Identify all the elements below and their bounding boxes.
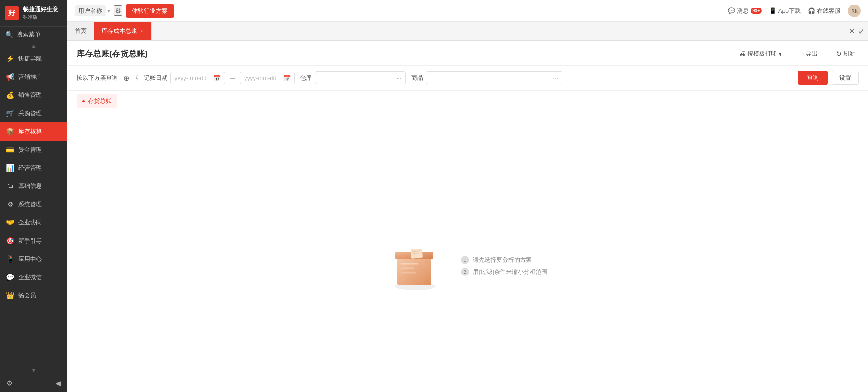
tip-text-2: 用[过滤]条件来缩小分析范围 bbox=[473, 268, 547, 276]
sidebar-item-label: 资金管理 bbox=[18, 146, 42, 154]
sidebar-item-label: 新手引导 bbox=[18, 237, 42, 245]
main-area: 用户名称 ▾ ⚙ 体验行业方案 💬 消息 99+ 📱 App下载 🎧 在线客服 … bbox=[67, 0, 868, 392]
divider bbox=[791, 50, 791, 57]
member-icon: 👑 bbox=[5, 291, 15, 300]
svg-rect-1 bbox=[397, 257, 431, 285]
date-field-label: 记账日期 bbox=[144, 74, 168, 82]
export-icon: ↑ bbox=[801, 50, 804, 57]
purchase-icon: 🛒 bbox=[5, 109, 15, 117]
print-button[interactable]: 🖨 按模板打印 ▾ bbox=[735, 48, 786, 60]
system-icon: ⚙ bbox=[5, 200, 15, 209]
sidebar-nav: ⚡ 快捷导航 📢 营销推广 💰 销售管理 🛒 采购管理 📦 库存核算 💳 资金管… bbox=[0, 50, 67, 367]
operation-icon: 📊 bbox=[5, 164, 15, 172]
goods-more-icon: ··· bbox=[553, 74, 558, 81]
breadcrumb: 用户名称 ▾ bbox=[75, 5, 110, 16]
goods-field: 商品 ··· bbox=[411, 71, 562, 84]
scroll-up-btn[interactable]: ▲ bbox=[31, 43, 36, 49]
sidebar-item-sales[interactable]: 💰 销售管理 bbox=[0, 86, 67, 104]
tab-home-label: 首页 bbox=[75, 27, 87, 35]
avatar[interactable]: Rit bbox=[848, 5, 861, 17]
marketing-icon: 📢 bbox=[5, 73, 15, 81]
sidebar-item-marketing[interactable]: 📢 营销推广 bbox=[0, 68, 67, 86]
sidebar-item-label: 应用中心 bbox=[18, 255, 42, 263]
tip-text-1: 请先选择要分析的方案 bbox=[473, 256, 532, 264]
empty-state: 1 请先选择要分析的方案 2 用[过滤]条件来缩小分析范围 bbox=[67, 112, 868, 392]
tab-close-icon[interactable]: × bbox=[141, 28, 144, 34]
breadcrumb-chevron-icon[interactable]: ▾ bbox=[107, 8, 110, 14]
enterprise-icon: 🤝 bbox=[5, 219, 15, 227]
avatar-text: Rit bbox=[851, 8, 857, 14]
sidebar-item-base[interactable]: 🗂 基础信息 bbox=[0, 177, 67, 195]
print-label: 按模板打印 bbox=[747, 50, 777, 58]
sidebar-item-purchase[interactable]: 🛒 采购管理 bbox=[0, 104, 67, 122]
warehouse-select[interactable]: ··· bbox=[315, 71, 406, 84]
sidebar-item-enterprise[interactable]: 🤝 企业协同 bbox=[0, 214, 67, 232]
print-icon: 🖨 bbox=[739, 50, 745, 57]
search-label: 搜索菜单 bbox=[17, 31, 41, 39]
date-start-input[interactable]: yyyy-mm-dd 📅 bbox=[170, 72, 225, 84]
query-button[interactable]: 查询 bbox=[798, 71, 828, 85]
calendar-end-icon: 📅 bbox=[283, 75, 291, 81]
sidebar-item-label: 企业协同 bbox=[18, 219, 42, 227]
warehouse-field: 仓库 ··· bbox=[300, 71, 406, 84]
tab-home[interactable]: 首页 bbox=[67, 22, 94, 40]
warehouse-more-icon: ··· bbox=[396, 74, 402, 81]
sidebar-item-member[interactable]: 👑 畅会员 bbox=[0, 286, 67, 305]
filter-buttons: ⊕ 《 bbox=[123, 74, 138, 82]
scroll-down-btn[interactable]: ▼ bbox=[31, 367, 36, 373]
sidebar-item-apps[interactable]: 📱 应用中心 bbox=[0, 250, 67, 268]
sidebar-search[interactable]: 🔍 搜索菜单 bbox=[0, 27, 67, 42]
goods-select[interactable]: ··· bbox=[426, 71, 562, 84]
fold-icon[interactable]: ◀ bbox=[56, 379, 61, 387]
sidebar-item-label: 企业微信 bbox=[18, 273, 42, 281]
sidebar-item-wechat[interactable]: 💬 企业微信 bbox=[0, 268, 67, 286]
inventory-icon: 📦 bbox=[5, 127, 15, 136]
filter-collapse-button[interactable]: 《 bbox=[132, 74, 138, 82]
sidebar-logo[interactable]: 好 畅捷通好生意 标准版 bbox=[0, 0, 67, 27]
messages-action[interactable]: 💬 消息 99+ bbox=[728, 7, 762, 15]
online-service-label: 在线客服 bbox=[817, 7, 841, 15]
date-start-placeholder: yyyy-mm-dd bbox=[174, 75, 207, 81]
refresh-icon: ↻ bbox=[836, 50, 842, 57]
messages-icon: 💬 bbox=[728, 7, 735, 14]
tab-inventory-ledger[interactable]: 库存成本总账 × bbox=[94, 22, 152, 40]
logo-icon: 好 bbox=[5, 6, 19, 20]
close-tab-button[interactable]: ✕ bbox=[849, 27, 855, 36]
wechat-icon: 💬 bbox=[5, 273, 15, 281]
sidebar-item-label: 采购管理 bbox=[18, 109, 42, 117]
sidebar-item-label: 营销推广 bbox=[18, 73, 42, 81]
refresh-button[interactable]: ↻ 刷新 bbox=[832, 48, 859, 60]
header-settings-button[interactable]: ⚙ bbox=[114, 5, 122, 16]
sidebar-item-operation[interactable]: 📊 经营管理 bbox=[0, 159, 67, 177]
sidebar-item-system[interactable]: ⚙ 系统管理 bbox=[0, 195, 67, 214]
empty-tips: 1 请先选择要分析的方案 2 用[过滤]条件来缩小分析范围 bbox=[461, 256, 547, 276]
resize-tab-button[interactable]: ⤢ bbox=[858, 27, 864, 36]
settings-button[interactable]: 设置 bbox=[832, 71, 859, 85]
empty-svg bbox=[388, 241, 443, 291]
user-tag: 用户名称 bbox=[75, 5, 106, 16]
filter-right-actions: 查询 设置 bbox=[798, 71, 859, 85]
empty-content: 1 请先选择要分析的方案 2 用[过滤]条件来缩小分析范围 bbox=[388, 241, 547, 291]
settings-icon[interactable]: ⚙ bbox=[6, 379, 13, 387]
sub-nav: ● 存货总账 bbox=[67, 91, 868, 112]
page-title-actions: 🖨 按模板打印 ▾ ↑ 导出 ↻ 刷新 bbox=[735, 48, 859, 60]
sub-nav-item-inventory-ledger[interactable]: ● 存货总账 bbox=[77, 94, 117, 108]
sidebar-item-label: 快捷导航 bbox=[18, 55, 42, 63]
industry-solution-button[interactable]: 体验行业方案 bbox=[126, 4, 174, 18]
warehouse-label: 仓库 bbox=[300, 74, 312, 82]
export-button[interactable]: ↑ 导出 bbox=[797, 48, 821, 60]
app-download-action[interactable]: 📱 App下载 bbox=[769, 7, 801, 15]
print-chevron-icon: ▾ bbox=[779, 51, 782, 57]
sales-icon: 💰 bbox=[5, 91, 15, 99]
messages-badge: 99+ bbox=[751, 8, 762, 14]
page-content: 库存总账(存货总账) 🖨 按模板打印 ▾ ↑ 导出 ↻ 刷新 bbox=[67, 41, 868, 392]
sidebar-item-newbie[interactable]: 🎯 新手引导 bbox=[0, 232, 67, 250]
sidebar-item-quick-nav[interactable]: ⚡ 快捷导航 bbox=[0, 50, 67, 68]
online-service-action[interactable]: 🎧 在线客服 bbox=[808, 7, 841, 15]
top-header: 用户名称 ▾ ⚙ 体验行业方案 💬 消息 99+ 📱 App下载 🎧 在线客服 … bbox=[67, 0, 868, 22]
sidebar-item-finance[interactable]: 💳 资金管理 bbox=[0, 141, 67, 159]
date-end-input[interactable]: yyyy-mm-dd 📅 bbox=[240, 72, 295, 84]
sidebar-item-inventory[interactable]: 📦 库存核算 bbox=[0, 122, 67, 141]
filter-add-button[interactable]: ⊕ bbox=[123, 74, 129, 82]
sub-nav-item-label: 存货总账 bbox=[88, 97, 112, 105]
